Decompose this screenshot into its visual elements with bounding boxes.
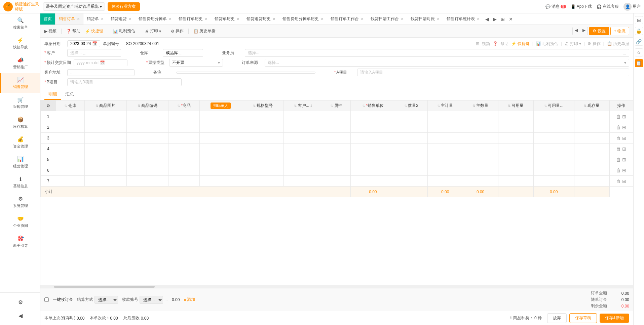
tab-order-history[interactable]: 销售订单历史 ✕ [175, 13, 211, 25]
row-qty2[interactable] [395, 144, 427, 154]
tab-close-invoice-history[interactable]: ✕ [237, 17, 239, 21]
row-delete-btn[interactable]: 🗑 [616, 168, 621, 173]
row-name[interactable] [168, 111, 200, 122]
sidebar-item-collab[interactable]: 🤝 企业协同 [0, 212, 40, 232]
row-customer-code[interactable] [284, 122, 322, 133]
row-main-qty[interactable] [463, 176, 498, 187]
row-main-qty[interactable] [463, 154, 498, 165]
order-source-field[interactable]: 选择... ▾ [265, 59, 629, 67]
customer-field[interactable]: 选择... ... [67, 49, 121, 57]
row-qty2[interactable] [395, 111, 427, 122]
row-qty2[interactable] [395, 133, 427, 144]
row-customer-code[interactable] [284, 165, 322, 176]
nav-prev-btn[interactable]: ◀ [573, 27, 580, 35]
row-delete-btn[interactable]: 🗑 [616, 178, 621, 184]
sidebar-item-inventory[interactable]: 📦 库存核算 [0, 113, 40, 132]
nav-next-btn[interactable]: ▶ [580, 27, 588, 35]
tab-close-cash-reconcile[interactable]: ✕ [437, 17, 440, 21]
sidebar-item-purchase[interactable]: 🛒 采购管理 [0, 93, 40, 113]
row-spec[interactable] [242, 176, 284, 187]
delivery-date-field[interactable]: yyyy-mm-dd 📅 [74, 59, 127, 66]
row-unit[interactable] [351, 133, 395, 144]
industry-btn[interactable]: 体验行业方案 [108, 2, 140, 11]
payment-method-select[interactable]: 选择... [94, 296, 118, 304]
save-new-btn[interactable]: 保存&新增 [600, 314, 629, 323]
row-customer-code[interactable] [284, 133, 322, 144]
toolbar-video[interactable]: ▶ 视频 [44, 28, 56, 34]
tab-next-btn[interactable]: ▶ [491, 16, 499, 22]
b-project-field[interactable]: 请输入B项目 [67, 78, 182, 86]
tab-more-btn[interactable]: ⊞ [499, 16, 507, 22]
history-btn2[interactable]: 📋 历史单据 [607, 41, 629, 47]
row-delete-btn[interactable]: 🗑 [616, 114, 621, 119]
row-code[interactable] [126, 154, 168, 165]
row-unit[interactable] [351, 144, 395, 154]
tab-close-all-btn[interactable]: ✕ [507, 16, 515, 22]
sidebar-item-system[interactable]: ⚙ 系统管理 [0, 192, 40, 212]
tab-close-sales-invoice[interactable]: ✕ [101, 17, 104, 21]
row-code[interactable] [126, 144, 168, 154]
row-attrs[interactable] [322, 154, 350, 165]
row-attrs[interactable] [322, 176, 350, 187]
sidebar-item-nav[interactable]: ⚡ 快捷导航 [0, 33, 40, 53]
sidebar-item-operations[interactable]: 📊 经营管理 [0, 152, 40, 172]
row-copy-btn[interactable]: ⊞ [622, 178, 626, 184]
tab-order-stats[interactable]: 销售订单统计表 ✕ [443, 13, 483, 25]
tab-sales-expense[interactable]: 销售费用分摊单 ✕ [135, 13, 175, 25]
row-main-qty[interactable] [463, 165, 498, 176]
rp-btn-1[interactable]: ⊞ [635, 16, 643, 24]
row-attrs[interactable] [322, 144, 350, 154]
app-download-btn[interactable]: 📱 App下载 [571, 4, 592, 9]
row-unit[interactable] [351, 165, 395, 176]
tab-return-history[interactable]: 销货退货历史 ✕ [243, 13, 279, 25]
tab-close-cash-workbench[interactable]: ✕ [401, 17, 404, 21]
a-project-field[interactable]: 请输入A项目 [357, 69, 629, 76]
row-customer-code[interactable] [284, 111, 322, 122]
row-code[interactable] [126, 133, 168, 144]
row-delete-btn[interactable]: 🗑 [616, 125, 621, 130]
row-attrs[interactable] [322, 111, 350, 122]
tab-close-return-history[interactable]: ✕ [273, 17, 275, 21]
row-attrs[interactable] [322, 133, 350, 144]
toolbar-operations[interactable]: ⚙ 操作 [171, 28, 184, 34]
row-code[interactable] [126, 111, 168, 122]
sidebar-item-marketing[interactable]: 📣 营销推广 [0, 53, 40, 73]
tab-expense-history[interactable]: 销售费用分摊单历史 ✕ [279, 13, 327, 25]
row-copy-btn[interactable]: ⊞ [622, 125, 626, 130]
row-unit[interactable] [351, 111, 395, 122]
toolbar-profit[interactable]: 📊 毛利预估 [113, 28, 135, 34]
row-spec[interactable] [242, 154, 284, 165]
toolbar-help[interactable]: ❓ 帮助 [66, 28, 80, 34]
tab-prev-btn[interactable]: ◀ [483, 16, 491, 22]
tab-sales-return[interactable]: 销货退货 ✕ [107, 13, 135, 25]
row-warehouse[interactable] [56, 111, 84, 122]
row-main-qty[interactable] [463, 144, 498, 154]
rp-btn-2[interactable]: 🔒 [635, 27, 643, 35]
print-btn2[interactable]: 🖨 打印 ▾ [565, 41, 581, 47]
row-spec[interactable] [242, 122, 284, 133]
sidebar-item-settings[interactable]: ⚙ [0, 295, 40, 309]
save-draft-btn[interactable]: 保存草稿 [569, 313, 597, 323]
row-main-qty[interactable] [463, 122, 498, 133]
row-unit[interactable] [351, 154, 395, 165]
shortcut-btn2[interactable]: ⚡ 快捷键 [511, 41, 529, 47]
tab-summary[interactable]: 汇总 [61, 89, 78, 100]
rp-btn-3[interactable]: 🔗 [635, 38, 643, 46]
row-spec[interactable] [242, 144, 284, 154]
sidebar-item-collapse[interactable]: ◀ [0, 309, 40, 322]
tab-close-expense-history[interactable]: ✕ [321, 17, 324, 21]
toolbar-shortcut[interactable]: ⚡ 快捷键 [85, 28, 103, 34]
row-name[interactable] [168, 122, 200, 133]
ops-btn2[interactable]: ⚙ 操作 [588, 41, 600, 47]
row-qty2[interactable] [395, 176, 427, 187]
tab-sales-order[interactable]: 销售订单 ✕ [55, 13, 83, 25]
tab-detail[interactable]: 明细 [44, 89, 61, 100]
row-name[interactable] [168, 176, 200, 187]
row-warehouse[interactable] [56, 165, 84, 176]
row-copy-btn[interactable]: ⊞ [622, 157, 626, 162]
tab-invoice-history[interactable]: 销货单历史 ✕ [211, 13, 243, 25]
toolbar-print[interactable]: 🖨 打印 ▾ [145, 28, 161, 34]
row-attrs[interactable] [322, 122, 350, 133]
profit-btn2[interactable]: 📊 毛利预估 [536, 41, 558, 47]
row-code[interactable] [126, 122, 168, 133]
